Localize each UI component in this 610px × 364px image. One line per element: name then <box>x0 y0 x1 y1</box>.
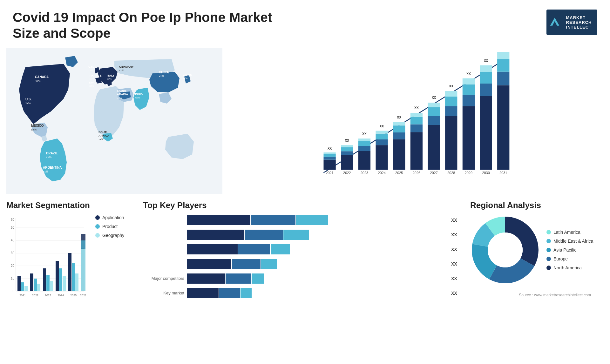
label-china: CHINA <box>159 71 169 74</box>
svg-text:2022: 2022 <box>343 171 351 175</box>
svg-rect-114 <box>59 268 62 291</box>
legend-north-america: North America <box>546 265 593 270</box>
regional-legend: Latin America Middle East & Africa Asia … <box>546 230 593 270</box>
player-bar-seg2 <box>232 259 261 269</box>
svg-text:50: 50 <box>11 226 15 229</box>
svg-text:XX: XX <box>432 96 436 99</box>
svg-rect-32 <box>358 146 370 151</box>
label-uk: U.K. <box>88 65 94 68</box>
regional-title: Regional Analysis <box>470 200 604 210</box>
svg-rect-46 <box>410 132 423 170</box>
svg-text:2031: 2031 <box>499 171 507 175</box>
player-val-1: XX <box>451 218 461 223</box>
legend-label-application: Application <box>102 215 124 220</box>
player-bar-seg3 <box>283 230 309 240</box>
svg-rect-52 <box>428 116 440 125</box>
source-text: Source : www.marketresearchintellect.com <box>470 291 604 297</box>
svg-rect-67 <box>480 84 492 96</box>
player-bar-seg3 <box>252 273 264 284</box>
svg-text:xx%: xx% <box>36 79 41 83</box>
svg-rect-44 <box>393 122 405 125</box>
svg-rect-72 <box>497 71 509 85</box>
player-bar-seg1 <box>187 273 225 284</box>
bar-chart-svg: XX XX XX XX XX <box>235 51 597 181</box>
label-brazil: BRAZIL <box>46 152 58 155</box>
legend-dot-asia <box>546 248 551 252</box>
svg-text:2021: 2021 <box>19 294 26 297</box>
svg-rect-56 <box>445 116 457 170</box>
player-row-3: XX <box>143 244 461 254</box>
legend-label-europe: Europe <box>553 256 568 261</box>
map-section: CANADA xx% U.S. xx% MEXICO xx% BRAZIL xx… <box>6 48 222 194</box>
svg-text:xx%: xx% <box>107 78 112 80</box>
player-bar-seg2 <box>219 288 240 298</box>
svg-rect-23 <box>323 154 336 157</box>
logo-box: MARKET RESEARCH INTELLECT <box>546 10 597 35</box>
player-bar-seg2 <box>238 244 270 254</box>
player-bar-seg3 <box>271 244 290 254</box>
svg-text:0: 0 <box>12 289 14 293</box>
svg-rect-57 <box>445 106 457 116</box>
legend-dot-mea <box>546 239 551 243</box>
player-bar-seg1 <box>187 288 219 298</box>
svg-rect-33 <box>358 141 370 146</box>
svg-rect-38 <box>376 133 388 139</box>
svg-rect-66 <box>480 96 492 170</box>
player-bar-3 <box>187 244 449 254</box>
legend-product: Product <box>95 224 124 229</box>
svg-text:XX: XX <box>328 147 332 150</box>
svg-text:2025: 2025 <box>395 171 403 175</box>
svg-rect-73 <box>497 59 509 71</box>
svg-rect-103 <box>24 286 28 291</box>
svg-rect-110 <box>46 275 50 291</box>
legend-dot-product <box>95 224 100 229</box>
label-japan: JAPAN <box>183 73 192 76</box>
svg-text:xx%: xx% <box>119 69 124 72</box>
svg-text:10: 10 <box>11 277 15 280</box>
svg-rect-69 <box>480 65 492 72</box>
svg-rect-59 <box>445 91 457 97</box>
svg-text:xx%: xx% <box>90 78 94 80</box>
player-label-5: Major competitors <box>143 276 184 281</box>
svg-rect-125 <box>81 249 85 291</box>
svg-text:xx%: xx% <box>25 102 31 105</box>
svg-rect-26 <box>341 155 353 170</box>
svg-rect-106 <box>34 279 37 291</box>
donut-chart-svg <box>470 215 540 285</box>
player-row-6: Key market XX <box>143 288 461 298</box>
label-spain: SPAIN <box>89 81 98 84</box>
label-us: U.S. <box>25 98 32 101</box>
label-italy: ITALY <box>107 74 115 77</box>
svg-text:2029: 2029 <box>465 171 472 175</box>
legend-mea: Middle East & Africa <box>546 239 593 244</box>
svg-text:xx%: xx% <box>117 97 122 99</box>
regional-section: Regional Analysis Latin America <box>470 200 604 347</box>
svg-text:ARABIA: ARABIA <box>117 93 128 96</box>
svg-rect-109 <box>43 268 46 291</box>
svg-text:XX: XX <box>380 124 384 128</box>
player-bar-1 <box>187 215 449 225</box>
player-bar-seg1 <box>187 230 244 240</box>
player-row-5: Major competitors XX <box>143 273 461 284</box>
player-bar-seg3 <box>241 288 252 298</box>
player-val-6: XX <box>451 291 461 296</box>
svg-rect-34 <box>358 138 370 141</box>
svg-text:XX: XX <box>362 132 367 136</box>
bar-chart-section: XX XX XX XX XX <box>229 48 604 194</box>
player-bar-2 <box>187 230 449 240</box>
svg-marker-0 <box>550 18 559 26</box>
legend-label-geography: Geography <box>102 233 124 238</box>
label-india: INDIA <box>135 92 143 96</box>
svg-rect-36 <box>376 145 388 170</box>
svg-rect-28 <box>341 147 353 151</box>
segmentation-title: Market Segmentation <box>6 200 133 210</box>
legend-dot-latin <box>546 230 551 234</box>
player-bar-seg2 <box>226 273 251 284</box>
svg-text:2026: 2026 <box>413 171 420 175</box>
player-val-4: XX <box>451 261 461 266</box>
svg-text:XX: XX <box>345 139 349 142</box>
svg-text:2030: 2030 <box>482 171 490 175</box>
legend-dot-europe <box>546 257 551 261</box>
label-argentina: ARGENTINA <box>43 166 62 169</box>
svg-rect-105 <box>30 273 33 291</box>
